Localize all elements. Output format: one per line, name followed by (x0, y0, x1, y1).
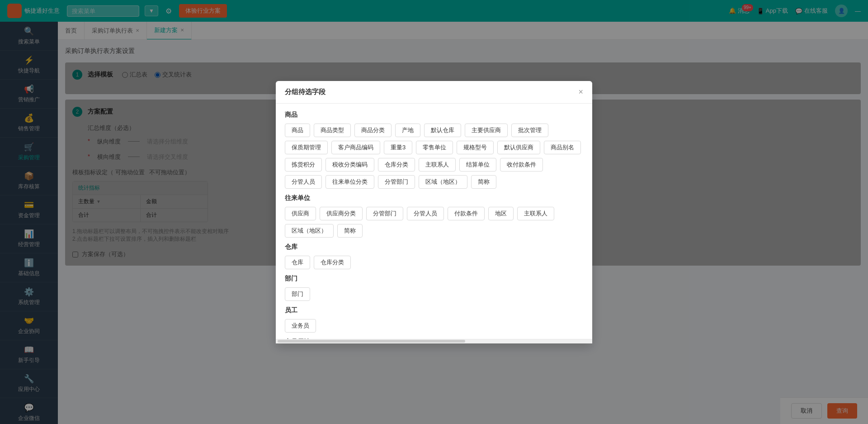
field-tags-dept: 部门 (285, 287, 583, 301)
field-tag-expiry-mgmt[interactable]: 保质期管理 (285, 141, 328, 154)
field-tag-weight3[interactable]: 重量3 (384, 141, 412, 154)
section-title-product: 商品 (285, 111, 583, 119)
field-tag-main-contact[interactable]: 主联系人 (419, 158, 456, 172)
field-tag-partner-contact[interactable]: 主联系人 (517, 207, 554, 220)
field-tag-batch-mgmt[interactable]: 批次管理 (511, 124, 548, 137)
field-select-modal: 分组待选字段 × 商品 商品 商品类型 商品分类 产地 默认仓库 主要供应商 批… (276, 81, 592, 343)
field-tags-product: 商品 商品类型 商品分类 产地 默认仓库 主要供应商 批次管理 保质期管理 客户… (285, 124, 583, 189)
modal-header: 分组待选字段 × (276, 81, 592, 104)
modal-close-btn[interactable]: × (578, 87, 583, 97)
field-tag-supplier[interactable]: 供应商 (285, 207, 316, 220)
field-tag-partner-category[interactable]: 往来单位分类 (326, 175, 374, 189)
field-tag-product-alias[interactable]: 商品别名 (544, 141, 581, 154)
modal-title: 分组待选字段 (285, 88, 326, 96)
field-tag-product-type[interactable]: 商品类型 (314, 124, 351, 137)
field-tag-spec-model[interactable]: 规格型号 (457, 141, 494, 154)
field-tag-product[interactable]: 商品 (285, 124, 310, 137)
field-tag-customer-product-code[interactable]: 客户商品编码 (331, 141, 380, 154)
modal-body: 商品 商品 商品类型 商品分类 产地 默认仓库 主要供应商 批次管理 保质期管理… (276, 104, 592, 339)
modal-scroll-thumb (278, 340, 465, 343)
field-tag-default-warehouse[interactable]: 默认仓库 (424, 124, 461, 137)
modal-overlay: 分组待选字段 × 商品 商品 商品类型 商品分类 产地 默认仓库 主要供应商 批… (0, 0, 868, 424)
field-tag-pick-points[interactable]: 拣货积分 (285, 158, 322, 172)
section-title-dept: 部门 (285, 275, 583, 283)
field-tag-dept-field[interactable]: 部门 (285, 287, 310, 301)
field-tag-default-supplier[interactable]: 默认供应商 (497, 141, 540, 154)
field-tag-warehouse-cat[interactable]: 仓库分类 (314, 256, 351, 269)
field-tag-retail-unit[interactable]: 零售单位 (416, 141, 453, 154)
field-tag-product-category[interactable]: 商品分类 (354, 124, 392, 137)
field-tag-settlement-unit[interactable]: 结算单位 (459, 158, 496, 172)
field-tag-partner-supervisor[interactable]: 分管人员 (407, 207, 444, 220)
field-tag-payment-conditions[interactable]: 收付款条件 (500, 158, 543, 172)
field-tags-warehouse: 仓库 仓库分类 (285, 256, 583, 269)
field-tag-warehouse[interactable]: 仓库 (285, 256, 310, 269)
field-tag-supplier-category[interactable]: 供应商分类 (320, 207, 363, 220)
section-title-employee: 员工 (285, 306, 583, 314)
field-tag-payment-terms[interactable]: 付款条件 (448, 207, 485, 220)
field-tag-partner-abbr[interactable]: 简称 (337, 224, 363, 238)
field-tag-tax-code[interactable]: 税收分类编码 (326, 158, 374, 172)
section-title-partner: 往来单位 (285, 194, 583, 202)
field-tag-abbr[interactable]: 简称 (471, 175, 496, 189)
field-tag-dept[interactable]: 分管部门 (378, 175, 415, 189)
field-tag-region[interactable]: 区域（地区） (419, 175, 467, 189)
field-tags-employee: 业务员 (285, 319, 583, 333)
field-tag-origin[interactable]: 产地 (395, 124, 420, 137)
field-tag-partner-region[interactable]: 区域（地区） (285, 224, 334, 238)
field-tag-main-supplier[interactable]: 主要供应商 (465, 124, 508, 137)
field-tag-area[interactable]: 地区 (488, 207, 514, 220)
modal-horizontal-scrollbar[interactable] (276, 339, 592, 343)
field-tags-partner: 供应商 供应商分类 分管部门 分管人员 付款条件 地区 主联系人 区域（地区） … (285, 207, 583, 238)
field-tag-partner-dept[interactable]: 分管部门 (366, 207, 403, 220)
field-tag-supervisor[interactable]: 分管人员 (285, 175, 322, 189)
field-tag-salesperson[interactable]: 业务员 (285, 319, 316, 333)
section-title-warehouse: 仓库 (285, 243, 583, 251)
field-tag-warehouse-category[interactable]: 仓库分类 (378, 158, 415, 172)
